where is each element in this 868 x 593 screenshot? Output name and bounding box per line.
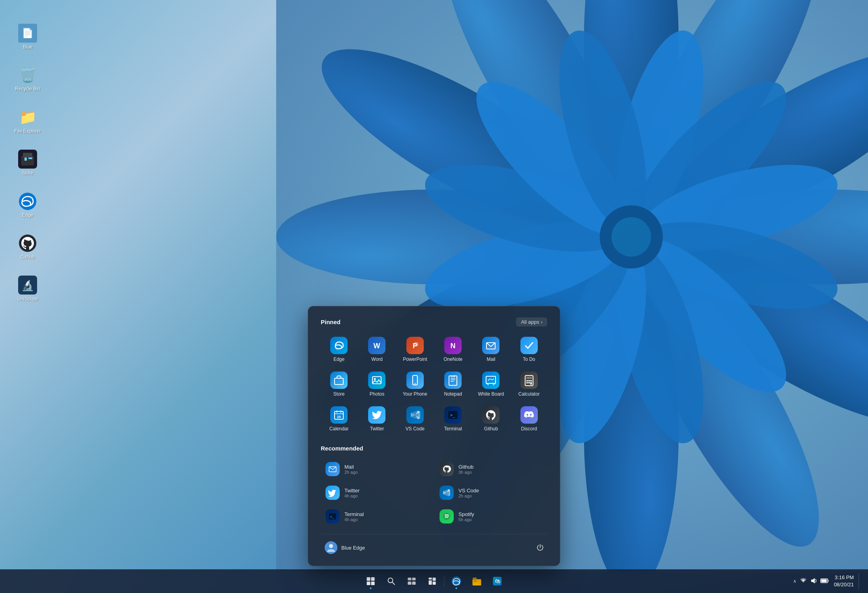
taskbar-store-button[interactable]: 🛍 bbox=[489, 572, 506, 590]
taskbar-taskview-button[interactable] bbox=[403, 572, 421, 590]
taskbar-search-button[interactable] bbox=[383, 572, 400, 590]
pinned-app-edge[interactable]: Edge bbox=[321, 333, 357, 366]
svg-text:W: W bbox=[374, 342, 380, 350]
calculator-pinned-label: Calculator bbox=[518, 391, 540, 397]
tray-chevron-icon[interactable]: ∧ bbox=[793, 578, 797, 584]
start-menu: Pinned All apps › Edge W bbox=[308, 306, 560, 566]
rec-terminal-info: Terminal 4h ago bbox=[344, 511, 364, 522]
discord-pinned-label: Discord bbox=[521, 426, 537, 432]
rec-mail-time: 2h ago bbox=[344, 470, 358, 475]
svg-rect-65 bbox=[530, 380, 532, 381]
desktop-icon-uniscope[interactable]: 🔬 UniScope bbox=[12, 276, 43, 302]
store-pinned-label: Store bbox=[333, 391, 345, 397]
rec-mail-info: Mail 2h ago bbox=[344, 464, 358, 475]
rec-twitter[interactable]: Twitter 4h ago bbox=[321, 482, 433, 504]
notepad-pinned-label: Notepad bbox=[444, 391, 462, 397]
rec-twitter-icon bbox=[326, 486, 340, 500]
power-button[interactable] bbox=[533, 540, 547, 555]
user-name: Blue Edge bbox=[341, 545, 365, 551]
pinned-app-calendar[interactable]: 20 Calendar bbox=[321, 402, 357, 435]
svg-text:📄: 📄 bbox=[22, 27, 34, 39]
desktop-icon-blue[interactable]: 📄 Blue bbox=[12, 24, 43, 50]
pinned-app-todo[interactable]: To Do bbox=[511, 333, 547, 366]
rec-github[interactable]: Github 3h ago bbox=[435, 458, 547, 480]
svg-point-6 bbox=[610, 248, 850, 569]
whiteboard-pinned-icon bbox=[482, 372, 499, 389]
edge-pinned-label: Edge bbox=[333, 357, 344, 362]
twitter-pinned-label: Twitter bbox=[370, 426, 384, 432]
pinned-app-terminal[interactable]: >_ Terminal bbox=[435, 402, 471, 435]
svg-text:🗑️: 🗑️ bbox=[19, 66, 37, 83]
pinned-app-store[interactable]: Store bbox=[321, 368, 357, 401]
pinned-app-photos[interactable]: Photos bbox=[359, 368, 395, 401]
rec-terminal[interactable]: >_ Terminal 4h ago bbox=[321, 505, 433, 527]
svg-rect-83 bbox=[371, 577, 375, 581]
all-apps-button[interactable]: All apps › bbox=[516, 317, 547, 327]
taskbar-center: 🛍 bbox=[362, 572, 506, 590]
taskbar-fileexplorer-button[interactable] bbox=[468, 572, 486, 590]
pinned-app-yourphone[interactable]: Your Phone bbox=[397, 368, 433, 401]
svg-rect-85 bbox=[371, 582, 375, 585]
github-desktop-label: Github bbox=[21, 254, 34, 260]
tray-battery-icon[interactable] bbox=[820, 578, 829, 585]
rec-spotify[interactable]: Spotify 5h ago bbox=[435, 505, 547, 527]
tray-network-icon[interactable] bbox=[800, 577, 807, 585]
rec-vscode-name: VS Code bbox=[458, 488, 479, 494]
desktop: 📄 Blue 🗑️ Recycle Bin 📁 File Explorer bbox=[0, 0, 868, 593]
word-pinned-label: Word bbox=[371, 357, 382, 362]
uniscope-label: UniScope bbox=[17, 296, 38, 302]
vscode-pinned-icon bbox=[406, 406, 424, 424]
svg-point-22 bbox=[416, 147, 633, 269]
pinned-apps-grid: Edge W Word P PowerPoint bbox=[321, 333, 547, 435]
pinned-app-powerpoint[interactable]: P PowerPoint bbox=[397, 333, 433, 366]
pinned-app-whiteboard[interactable]: White Board bbox=[473, 368, 509, 401]
github-desktop-icon bbox=[18, 234, 37, 253]
desktop-icon-recycle[interactable]: 🗑️ Recycle Bin bbox=[12, 66, 43, 92]
svg-point-81 bbox=[329, 544, 333, 548]
svg-text:>_: >_ bbox=[330, 515, 334, 519]
photos-pinned-icon bbox=[368, 372, 385, 389]
tray-volume-icon[interactable] bbox=[810, 577, 817, 585]
svg-rect-63 bbox=[526, 380, 528, 381]
pinned-app-vscode[interactable]: VS Code bbox=[397, 402, 433, 435]
svg-point-14 bbox=[612, 61, 807, 257]
taskbar-edge-button[interactable] bbox=[448, 572, 465, 590]
svg-rect-35 bbox=[24, 158, 27, 161]
desktop-icon-store[interactable]: Store bbox=[12, 150, 43, 176]
pinned-app-github[interactable]: Github bbox=[473, 402, 509, 435]
pinned-app-twitter[interactable]: Twitter bbox=[359, 402, 395, 435]
onenote-pinned-label: OneNote bbox=[443, 357, 462, 362]
svg-point-48 bbox=[374, 378, 376, 380]
svg-rect-46 bbox=[335, 378, 343, 385]
pinned-app-calculator[interactable]: Calculator bbox=[511, 368, 547, 401]
pinned-app-word[interactable]: W Word bbox=[359, 333, 395, 366]
pinned-app-mail[interactable]: Mail bbox=[473, 333, 509, 366]
file-explorer-icon: 📁 bbox=[18, 108, 37, 127]
rec-vscode[interactable]: VS Code 2h ago bbox=[435, 482, 547, 504]
taskbar-start-button[interactable] bbox=[362, 572, 380, 590]
svg-rect-88 bbox=[408, 578, 412, 580]
svg-rect-97 bbox=[473, 579, 481, 585]
twitter-pinned-icon bbox=[368, 406, 385, 424]
recycle-bin-label: Recycle Bin bbox=[15, 86, 40, 92]
pinned-app-notepad[interactable]: Notepad bbox=[435, 368, 471, 401]
start-footer: Blue Edge bbox=[321, 534, 547, 556]
svg-rect-51 bbox=[449, 376, 457, 385]
svg-rect-94 bbox=[429, 580, 432, 585]
user-profile[interactable]: Blue Edge bbox=[321, 539, 369, 556]
pinned-app-onenote[interactable]: N OneNote bbox=[435, 333, 471, 366]
taskbar-clock[interactable]: 3:16 PM 08/20/21 bbox=[834, 574, 854, 588]
pinned-app-discord[interactable]: Discord bbox=[511, 402, 547, 435]
show-desktop-button[interactable] bbox=[859, 573, 862, 589]
rec-vscode-info: VS Code 2h ago bbox=[458, 488, 479, 498]
svg-point-26 bbox=[612, 217, 651, 257]
desktop-icon-edge[interactable]: Edge bbox=[12, 192, 43, 218]
desktop-icon-github[interactable]: Github bbox=[12, 234, 43, 260]
svg-point-24 bbox=[542, 22, 663, 238]
powerpoint-pinned-label: PowerPoint bbox=[403, 357, 427, 362]
rec-mail[interactable]: Mail 2h ago bbox=[321, 458, 433, 480]
desktop-icon-file-explorer[interactable]: 📁 File Explorer bbox=[12, 108, 43, 134]
yourphone-pinned-label: Your Phone bbox=[403, 391, 427, 397]
svg-point-1 bbox=[584, 0, 679, 197]
taskbar-widgets-button[interactable] bbox=[424, 572, 441, 590]
